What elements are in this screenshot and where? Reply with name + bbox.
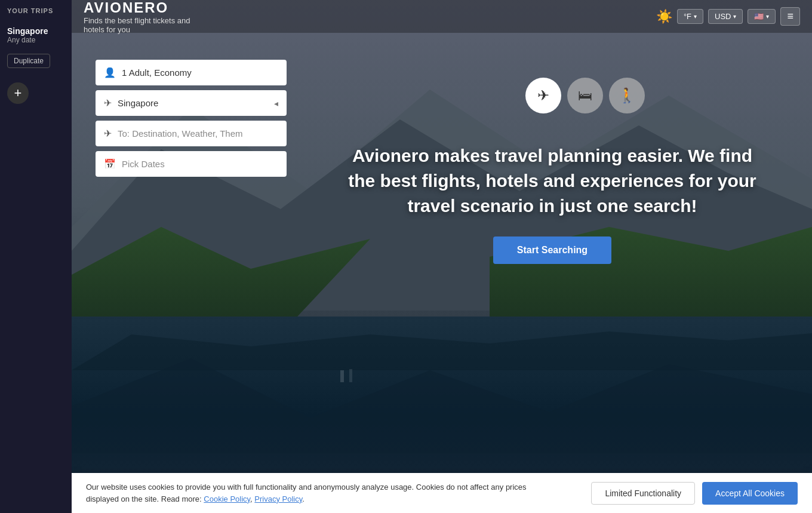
experiences-mode-button[interactable]: 🚶 (609, 78, 645, 113)
sidebar-trip: Singapore Any date (0, 21, 72, 49)
chevron-down-icon: ▾ (733, 13, 736, 20)
hotel-mode-button[interactable]: 🛏 (567, 78, 603, 113)
flight-takeoff-icon: ✈ (104, 97, 112, 109)
svg-rect-9 (349, 369, 352, 382)
duplicate-button[interactable]: Duplicate (7, 54, 50, 68)
cookie-policy-link[interactable]: Cookie Policy (204, 494, 250, 503)
temperature-selector[interactable]: °F ▾ (677, 9, 703, 24)
flight-land-icon: ✈ (104, 128, 112, 139)
location-icon: ◂ (274, 99, 278, 108)
cookie-message: Our website uses cookies to provide you … (86, 481, 552, 505)
trip-name: Singapore (7, 26, 64, 36)
hero-title: Avionero makes travel planning easier. W… (340, 143, 764, 219)
hotel-icon: 🛏 (578, 87, 592, 104)
currency-selector[interactable]: USD ▾ (708, 9, 743, 24)
header-controls: ☀️ °F ▾ USD ▾ 🇺🇸 ▾ ≡ (656, 7, 800, 26)
passengers-value: 1 Adult, Economy (122, 67, 192, 78)
airplane-icon: ✈ (537, 87, 549, 104)
menu-button[interactable]: ≡ (780, 7, 800, 26)
flight-mode-button[interactable]: ✈ (525, 78, 561, 113)
origin-value: Singapore (118, 98, 158, 108)
origin-field[interactable]: ✈ Singapore ◂ (96, 90, 287, 116)
search-section: 👤 1 Adult, Economy ✈ Singapore ◂ ✈ To: D… (96, 60, 287, 177)
privacy-policy-link[interactable]: Privacy Policy (254, 494, 302, 503)
main-content: AVIONERO Finds the best flight tickets a… (72, 0, 812, 513)
cookie-buttons: Limited Functionality Accept All Cookies (591, 482, 798, 505)
svg-rect-8 (340, 370, 344, 382)
calendar-icon: 📅 (104, 158, 116, 170)
destination-field[interactable]: ✈ To: Destination, Weather, Them (96, 121, 287, 146)
destination-placeholder: To: Destination, Weather, Them (118, 128, 243, 139)
brand-tagline: Finds the best flight tickets and hotels… (84, 16, 190, 34)
trip-date: Any date (7, 36, 64, 44)
dates-field[interactable]: 📅 Pick Dates (96, 151, 287, 177)
dates-placeholder: Pick Dates (122, 159, 165, 169)
accept-cookies-button[interactable]: Accept All Cookies (702, 482, 798, 505)
language-selector[interactable]: 🇺🇸 ▾ (748, 9, 776, 24)
hero-section: Avionero makes travel planning easier. W… (340, 143, 764, 264)
sidebar-title: YOUR TRIPS (0, 7, 60, 14)
chevron-down-icon: ▾ (694, 13, 697, 20)
weather-icon: ☀️ (656, 9, 672, 24)
person-icon: 👤 (104, 67, 116, 78)
cookie-banner: Our website uses cookies to provide you … (72, 473, 812, 513)
passengers-field[interactable]: 👤 1 Adult, Economy (96, 60, 287, 85)
limited-functionality-button[interactable]: Limited Functionality (591, 482, 695, 505)
add-trip-button[interactable]: + (7, 82, 29, 104)
chevron-down-icon: ▾ (766, 13, 769, 20)
sidebar: YOUR TRIPS Singapore Any date Duplicate … (0, 0, 72, 513)
feature-icons: ✈ 🛏 🚶 (525, 78, 645, 113)
start-searching-button[interactable]: Start Searching (493, 236, 611, 264)
brand: AVIONERO Finds the best flight tickets a… (84, 0, 190, 34)
top-header: AVIONERO Finds the best flight tickets a… (72, 0, 812, 33)
walking-icon: 🚶 (618, 87, 636, 104)
brand-name: AVIONERO (84, 0, 190, 16)
